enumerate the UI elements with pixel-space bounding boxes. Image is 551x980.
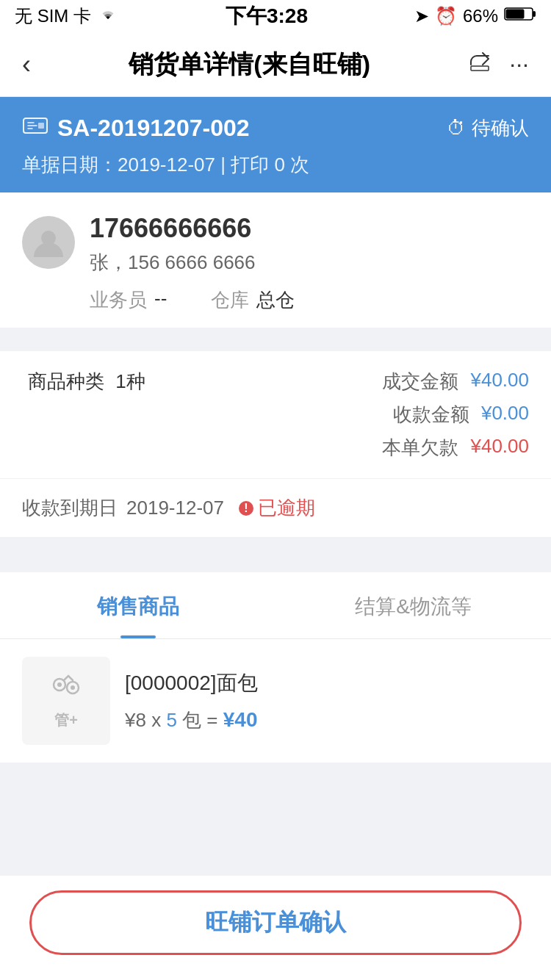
confirm-order-button[interactable]: 旺铺订单确认 — [29, 890, 522, 955]
svg-rect-5 — [38, 123, 44, 129]
received-amount-row: 收款金额 ¥0.00 — [393, 402, 529, 428]
order-id: SA-20191207-002 — [22, 115, 250, 142]
status-bar-left: 无 SIM 卡 — [15, 4, 119, 28]
summary-card: 商品种类 1种 成交金额 ¥40.00 收款金额 ¥0.00 本单欠款 ¥40.… — [0, 351, 551, 537]
order-status: ⏱ 待确认 — [447, 115, 529, 141]
customer-info: 17666666666 张，156 6666 6666 业务员 -- 仓库 总仓 — [90, 213, 529, 313]
product-price: ¥8 x 5 包 = ¥40 — [125, 707, 529, 733]
owed-amount-row: 本单欠款 ¥40.00 — [382, 435, 529, 461]
page-title: 销货单详情(来自旺铺) — [129, 48, 370, 82]
goods-type: 商品种类 1种 — [22, 369, 145, 394]
battery-level: 66% — [463, 6, 498, 26]
divider-1 — [0, 339, 551, 351]
alarm-icon: ⏰ — [435, 6, 457, 26]
svg-point-10 — [71, 685, 75, 690]
customer-name: 张，156 6666 6666 — [90, 250, 529, 275]
order-header: SA-20191207-002 ⏱ 待确认 单据日期：2019-12-07 | … — [0, 97, 551, 192]
more-icon[interactable]: ··· — [509, 51, 529, 78]
location-icon: ➤ — [414, 6, 429, 26]
customer-avatar — [22, 216, 75, 269]
overdue-icon: ! — [239, 501, 253, 516]
svg-rect-3 — [471, 66, 489, 71]
tab-sales-goods[interactable]: 销售商品 — [0, 572, 276, 638]
product-info: [0000002]面包 ¥8 x 5 包 = ¥40 — [125, 669, 529, 733]
due-date-section: 收款到期日 2019-12-07 ! 已逾期 — [0, 478, 551, 537]
status-bar: 无 SIM 卡 下午3:28 ➤ ⏰ 66% — [0, 0, 551, 32]
back-button[interactable]: ‹ — [22, 49, 31, 80]
bottom-bar: 旺铺订单确认 — [0, 876, 551, 980]
product-item: 管+ [0000002]面包 ¥8 x 5 包 = ¥40 — [0, 639, 551, 763]
svg-point-8 — [57, 682, 62, 687]
customer-card: 17666666666 张，156 6666 6666 业务员 -- 仓库 总仓 — [0, 192, 551, 328]
order-icon — [22, 115, 48, 142]
divider-2 — [0, 549, 551, 561]
overdue-badge: ! 已逾期 — [239, 495, 315, 521]
tab-settlement[interactable]: 结算&物流等 — [276, 572, 551, 638]
tabs-bar: 销售商品 结算&物流等 — [0, 572, 551, 639]
customer-phone: 17666666666 — [90, 213, 529, 244]
product-name: [0000002]面包 — [125, 669, 529, 697]
status-bar-time: 下午3:28 — [226, 2, 308, 30]
brand-text: 管+ — [54, 710, 78, 730]
status-bar-right: ➤ ⏰ 66% — [414, 6, 536, 26]
wifi-icon — [97, 6, 119, 26]
sim-status: 无 SIM 卡 — [15, 4, 91, 28]
order-date: 单据日期：2019-12-07 | 打印 0 次 — [22, 152, 529, 178]
product-thumbnail: 管+ — [22, 657, 110, 745]
svg-rect-2 — [505, 10, 524, 19]
warehouse: 仓库 总仓 — [211, 287, 295, 313]
svg-rect-1 — [533, 11, 536, 17]
tabs-section: 销售商品 结算&物流等 管+ [0000002]面包 — [0, 572, 551, 763]
battery-icon — [504, 6, 536, 26]
product-thumb-icon — [48, 671, 84, 707]
clock-icon: ⏱ — [447, 117, 466, 140]
nav-bar: ‹ 销货单详情(来自旺铺) ··· — [0, 32, 551, 97]
deal-amount-row: 成交金额 ¥40.00 — [382, 369, 529, 394]
nav-actions: ··· — [468, 50, 529, 79]
sales-rep: 业务员 -- — [90, 287, 167, 313]
share-icon[interactable] — [468, 50, 491, 79]
